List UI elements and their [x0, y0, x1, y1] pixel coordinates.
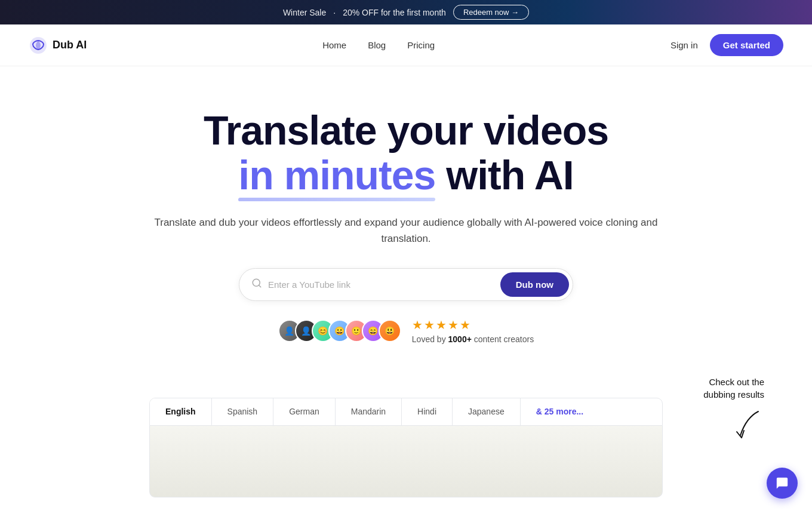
- loved-prefix: Loved by: [412, 334, 448, 344]
- chat-button[interactable]: [767, 468, 798, 497]
- star-rating: ★★★★★: [412, 318, 534, 332]
- language-tabs: English Spanish German Mandarin Hindi Ja…: [149, 398, 663, 426]
- tab-japanese[interactable]: Japanese: [453, 398, 521, 425]
- navbar: Dub AI Home Blog Pricing Sign in Get sta…: [0, 24, 812, 66]
- hero-title-line1: Translate your videos: [204, 107, 608, 153]
- tab-german[interactable]: German: [273, 398, 336, 425]
- svg-line-2: [259, 285, 260, 287]
- nav-pricing[interactable]: Pricing: [407, 40, 435, 50]
- tab-content-area: [149, 426, 663, 497]
- search-bar: Dub now: [239, 268, 573, 301]
- nav-home[interactable]: Home: [322, 40, 346, 50]
- logo[interactable]: Dub AI: [29, 36, 87, 55]
- nav-links: Home Blog Pricing: [322, 40, 435, 51]
- annotation-line2: dubbing results: [703, 389, 764, 400]
- tab-more[interactable]: & 25 more...: [521, 398, 599, 425]
- chat-icon: [776, 477, 789, 490]
- search-bar-wrapper: Dub now: [149, 268, 663, 301]
- logo-text: Dub AI: [53, 39, 87, 51]
- tab-hindi[interactable]: Hindi: [402, 398, 453, 425]
- top-banner: Winter Sale · 20% OFF for the first mont…: [0, 0, 812, 24]
- hero-title-rest: with AI: [435, 152, 573, 198]
- redeem-button[interactable]: Redeem now →: [453, 5, 529, 20]
- search-icon: [251, 278, 262, 291]
- nav-blog[interactable]: Blog: [368, 40, 386, 50]
- loved-count: 1000+: [448, 334, 472, 344]
- tab-mandarin[interactable]: Mandarin: [336, 398, 402, 425]
- sign-in-button[interactable]: Sign in: [670, 40, 698, 50]
- hero-title: Translate your videos in minutes with AI: [149, 108, 663, 198]
- avatar: 😃: [379, 320, 401, 342]
- avatar-group: 👤 👤 😊 😀 🙂 😄 😃: [278, 320, 401, 342]
- banner-separator: ·: [333, 8, 336, 17]
- tab-english[interactable]: English: [150, 398, 212, 426]
- nav-right: Sign in Get started: [670, 34, 783, 56]
- loved-text: Loved by 1000+ content creators: [412, 334, 534, 344]
- dub-now-button[interactable]: Dub now: [500, 272, 569, 297]
- hero-section: Translate your videos in minutes with AI…: [137, 66, 675, 368]
- annotation: Check out the dubbing results: [703, 376, 764, 441]
- youtube-link-input[interactable]: [268, 279, 500, 290]
- social-proof: 👤 👤 😊 😀 🙂 😄 😃 ★★★★★ Loved by 1000+ conte…: [149, 318, 663, 344]
- banner-offer: 20% OFF for the first month: [343, 8, 446, 17]
- hero-title-accent: in minutes: [238, 153, 435, 198]
- tab-spanish[interactable]: Spanish: [212, 398, 274, 425]
- get-started-button[interactable]: Get started: [710, 34, 783, 56]
- logo-icon: [29, 36, 48, 55]
- annotation-line1: Check out the: [709, 377, 764, 387]
- hero-subtitle: Translate and dub your videos effortless…: [149, 214, 663, 247]
- loved-suffix: content creators: [472, 334, 534, 344]
- sale-label: Winter Sale: [283, 8, 326, 17]
- annotation-arrow-icon: [728, 406, 764, 441]
- tabs-section: English Spanish German Mandarin Hindi Ja…: [137, 398, 675, 497]
- social-proof-text: ★★★★★ Loved by 1000+ content creators: [412, 318, 534, 344]
